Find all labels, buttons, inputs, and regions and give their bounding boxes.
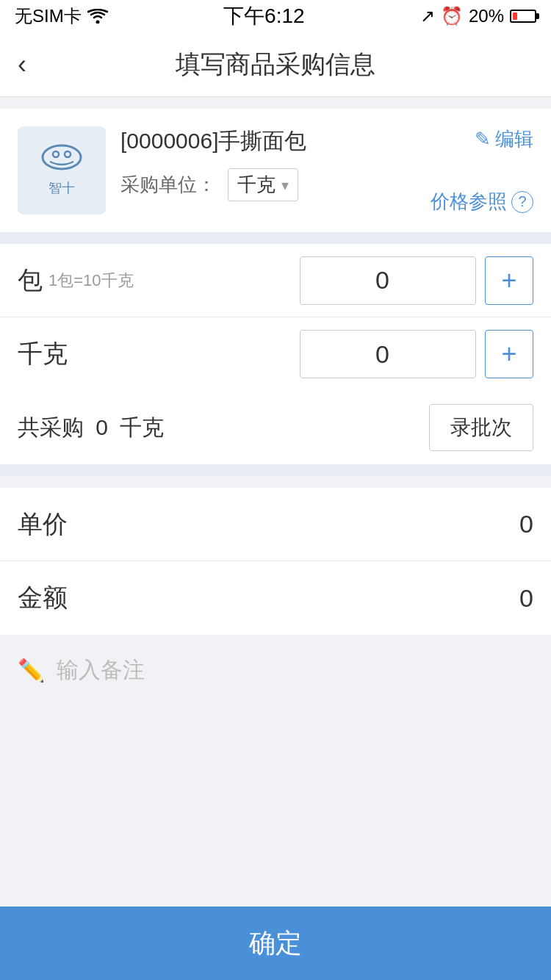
- remark-section[interactable]: ✏️ 输入备注: [0, 635, 551, 706]
- product-name: [0000006]手撕面包: [120, 126, 533, 156]
- bao-input[interactable]: [300, 256, 476, 305]
- svg-point-3: [65, 151, 71, 157]
- unit-price-value: 0: [519, 510, 533, 538]
- battery-fill: [513, 12, 517, 20]
- total-amount: 0: [96, 415, 108, 439]
- product-card: 智十 [0000006]手撕面包 采购单位： 千克 ▾ ✎ 编辑 价格参照 ?: [0, 109, 551, 232]
- amount-label: 金额: [18, 581, 68, 615]
- total-row: 共采购 0 千克 录批次: [0, 391, 551, 464]
- price-ref-button[interactable]: 价格参照 ?: [431, 189, 533, 215]
- back-button[interactable]: ‹: [18, 49, 26, 80]
- amount-value: 0: [519, 584, 533, 613]
- confirm-button[interactable]: 确定: [0, 907, 551, 980]
- unit-selector[interactable]: 千克 ▾: [228, 168, 298, 201]
- record-batch-button[interactable]: 录批次: [429, 404, 533, 451]
- unit-dropdown-icon: ▾: [281, 176, 289, 194]
- unit-price-label: 单价: [18, 508, 68, 541]
- amount-row: 金额 0: [0, 561, 551, 635]
- price-section: 单价 0 金额 0: [0, 488, 551, 635]
- kg-plus-button[interactable]: +: [485, 330, 533, 378]
- battery-percent: 20%: [469, 6, 504, 26]
- location-icon: ↗: [420, 6, 435, 26]
- nav-bar: ‹ 填写商品采购信息: [0, 32, 551, 97]
- product-image: 智十: [18, 126, 106, 215]
- product-logo-icon: [40, 144, 84, 176]
- kg-input[interactable]: [300, 330, 476, 378]
- status-bar: 无SIM卡 下午6:12 ↗ ⏰ 20%: [0, 0, 551, 32]
- pencil-icon: ✏️: [18, 657, 45, 683]
- unit-price-row: 单价 0: [0, 488, 551, 561]
- product-logo-text: 智十: [48, 179, 75, 197]
- kg-row: 千克 +: [0, 317, 551, 391]
- svg-point-0: [96, 21, 99, 24]
- separator-1: [0, 232, 551, 244]
- input-section: 包 1包=10千克 + 千克 +: [0, 244, 551, 391]
- wifi-icon: [87, 9, 108, 24]
- status-bar-right: ↗ ⏰ 20%: [420, 6, 536, 26]
- total-text: 共采购 0 千克: [18, 413, 164, 443]
- bao-plus-button[interactable]: +: [485, 256, 533, 305]
- bao-row: 包 1包=10千克 +: [0, 244, 551, 317]
- separator-2: [0, 464, 551, 476]
- svg-point-2: [53, 151, 59, 157]
- carrier-text: 无SIM卡: [15, 4, 82, 28]
- remark-placeholder: 输入备注: [57, 655, 145, 685]
- battery-icon: [510, 10, 536, 23]
- status-bar-time: 下午6:12: [223, 2, 305, 30]
- status-bar-left: 无SIM卡: [15, 4, 108, 28]
- alarm-icon: ⏰: [441, 6, 463, 26]
- page-title: 填写商品采购信息: [176, 48, 375, 82]
- help-icon: ?: [511, 191, 533, 213]
- unit-label: 采购单位：: [120, 172, 216, 198]
- kg-label: 千克: [18, 337, 68, 371]
- edit-icon: ✎: [475, 128, 491, 151]
- bao-label: 包: [18, 264, 43, 298]
- edit-button[interactable]: ✎ 编辑: [475, 126, 533, 152]
- bao-sublabel: 1包=10千克: [48, 270, 134, 292]
